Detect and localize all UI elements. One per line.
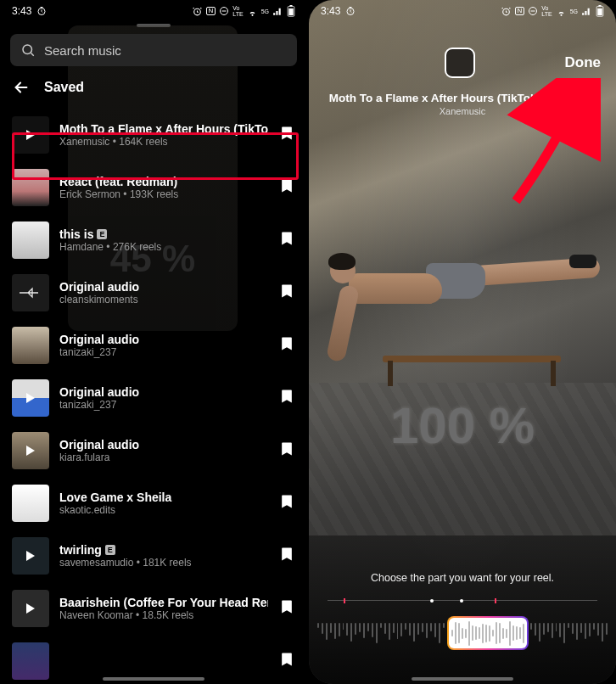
done-button[interactable]: Done — [565, 54, 602, 71]
track-thumb — [12, 116, 49, 154]
stopwatch-icon — [36, 6, 47, 16]
track-thumb — [12, 642, 49, 680]
audio-selection-window[interactable] — [447, 616, 529, 650]
bookmark-icon[interactable] — [278, 440, 295, 461]
status-bar: 3:43 N VoLTE 5G — [309, 0, 616, 19]
explicit-badge: E — [97, 229, 107, 239]
page-title: Saved — [44, 80, 84, 95]
android-nav-pill[interactable] — [412, 677, 513, 681]
search-icon — [20, 42, 36, 58]
list-item[interactable]: this isEHamdane • 276K reels — [0, 214, 307, 266]
list-item[interactable]: React (feat. Redman)Erick Sermon • 193K … — [0, 161, 307, 214]
song-artist: Xanemusic — [326, 106, 599, 116]
audio-scrubber[interactable] — [309, 614, 616, 652]
svg-rect-5 — [288, 8, 293, 15]
svg-point-6 — [23, 45, 32, 54]
track-title: Original audio — [59, 385, 268, 399]
dnd-icon — [219, 6, 229, 16]
svg-rect-12 — [597, 8, 602, 15]
bookmark-icon[interactable] — [278, 230, 295, 250]
play-icon — [26, 603, 35, 614]
status-bar: 3:43 N VoLTE 5G — [0, 0, 307, 19]
network-label: 5G — [570, 8, 578, 14]
track-subtitle: tanizaki_237 — [59, 399, 268, 411]
scrubber-hint: Choose the part you want for your reel. — [309, 572, 616, 584]
track-thumb — [12, 590, 49, 627]
search-input[interactable] — [44, 43, 287, 58]
back-arrow-icon[interactable] — [12, 78, 31, 97]
bookmark-icon[interactable] — [278, 651, 295, 671]
explicit-badge: E — [105, 545, 115, 555]
svg-rect-11 — [598, 5, 601, 7]
bookmark-icon[interactable] — [278, 493, 295, 513]
track-subtitle: tanizaki_237 — [59, 346, 268, 358]
status-time: 3:43 — [321, 5, 340, 17]
svg-rect-4 — [289, 5, 292, 7]
list-item[interactable]: Original audiotanizaki_237 — [0, 319, 307, 372]
track-title: Baarishein (Coffee For Your Head Remix) … — [59, 596, 268, 609]
wifi-icon — [247, 6, 258, 17]
nfc-icon: N — [515, 7, 525, 15]
volte-icon: VoLTE — [232, 5, 243, 17]
status-time: 3:43 — [12, 5, 31, 17]
track-subtitle: kiara.fulara — [59, 451, 268, 463]
track-subtitle: savemesamudio • 181K reels — [59, 557, 268, 569]
bookmark-icon[interactable] — [278, 335, 295, 356]
saved-music-list[interactable]: Moth To a Flame x After Hours (TikTok Ed… — [0, 109, 307, 684]
stopwatch-icon — [345, 6, 356, 16]
play-icon — [26, 130, 35, 140]
clip-timeline[interactable] — [328, 599, 597, 603]
list-item[interactable]: Original audiokiara.fulara — [0, 424, 307, 477]
person-plank-illustration — [333, 246, 591, 365]
track-thumb — [12, 274, 49, 311]
bookmark-icon[interactable] — [278, 125, 295, 145]
track-subtitle: cleanskimoments — [59, 294, 268, 306]
track-subtitle: Xanemusic • 164K reels — [59, 136, 268, 148]
bookmark-icon[interactable] — [278, 546, 295, 566]
track-thumb — [12, 379, 49, 417]
list-item[interactable]: twirlingEsavemesamudio • 181K reels — [0, 530, 307, 582]
track-title: Original audio — [59, 280, 268, 294]
workout-percent: 100 % — [309, 396, 616, 455]
play-icon — [26, 446, 35, 456]
track-thumb — [12, 432, 49, 469]
track-title: this isE — [59, 227, 268, 241]
track-title: Love Game x Sheila — [59, 491, 268, 504]
list-item[interactable] — [0, 635, 307, 684]
search-bar[interactable] — [10, 34, 297, 66]
wifi-icon — [556, 6, 567, 17]
bookmark-icon[interactable] — [278, 177, 295, 198]
list-item[interactable]: Moth To a Flame x After Hours (TikTok Ed… — [0, 109, 307, 161]
list-item[interactable]: Love Game x Sheilaskaotic.edits — [0, 477, 307, 530]
track-subtitle: Hamdane • 276K reels — [59, 241, 268, 253]
track-title: React (feat. Redman) — [59, 175, 268, 188]
list-item[interactable]: Baarishein (Coffee For Your Head Remix) … — [0, 582, 307, 635]
battery-icon — [596, 5, 604, 17]
screen-right-editor: 3:43 N VoLTE 5G Done Moth To a Flame x A… — [309, 0, 616, 684]
track-thumb — [12, 221, 49, 259]
signal-icon — [272, 6, 283, 17]
play-icon — [26, 393, 35, 403]
track-title: twirlingE — [59, 543, 268, 557]
track-title: Original audio — [59, 333, 268, 346]
list-item[interactable]: Original audiotanizaki_237 — [0, 372, 307, 424]
track-thumb — [12, 327, 49, 364]
bookmark-icon[interactable] — [278, 388, 295, 408]
list-item[interactable]: Original audiocleanskimoments — [0, 266, 307, 319]
track-thumb — [12, 169, 49, 206]
play-icon — [26, 551, 35, 561]
bookmark-icon[interactable] — [278, 283, 295, 303]
album-art-thumbnail[interactable] — [445, 48, 475, 78]
screen-left-saved-music: 3:43 N VoLTE 5G 45 % Saved Moth To a Fla… — [0, 0, 307, 684]
volte-icon: VoLTE — [541, 5, 552, 17]
track-title: Moth To a Flame x After Hours (TikTok Ed… — [59, 122, 268, 136]
network-label: 5G — [261, 8, 269, 14]
track-subtitle: skaotic.edits — [59, 504, 268, 516]
track-subtitle: Naveen Koomar • 18.5K reels — [59, 609, 268, 621]
nfc-icon: N — [206, 7, 216, 15]
track-thumb — [12, 537, 49, 575]
track-thumb — [12, 485, 49, 522]
song-title: Moth To a Flame x After Hours (TikTok Ed… — [326, 92, 599, 104]
signal-icon — [581, 6, 592, 17]
bookmark-icon[interactable] — [278, 598, 295, 619]
